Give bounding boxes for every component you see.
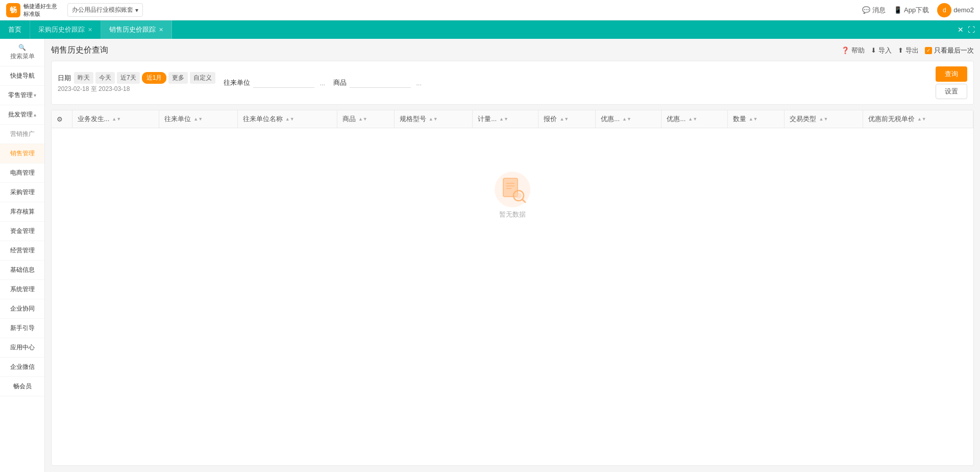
col-quote[interactable]: 报价 ▲▼ — [538, 110, 596, 128]
sidebar-item-purchase[interactable]: 采购管理 — [0, 183, 44, 202]
sidebar-quick-nav-label: 快捷导航 — [10, 72, 35, 80]
sort-arrows-pretax-price: ▲▼ — [917, 116, 926, 122]
date-range-text: 2023-02-18 至 2023-03-18 — [58, 85, 215, 93]
tab-purchase-history-label: 采购历史价跟踪 — [38, 25, 85, 34]
tab-sales-close-icon[interactable]: ✕ — [159, 27, 163, 33]
only-last-checkbox[interactable]: ✓ 只看最后一次 — [925, 46, 974, 55]
sidebar-new-guide-label: 新手引导 — [10, 324, 35, 333]
maximize-icon[interactable]: ⛶ — [968, 26, 975, 34]
product-input[interactable] — [350, 78, 411, 88]
date-btn-more[interactable]: 更多 — [168, 72, 188, 84]
date-btn-1month[interactable]: 近1月 — [142, 72, 167, 84]
col-biz-date[interactable]: 业务发生... ▲▼ — [72, 110, 159, 128]
page-actions: ❓ 帮助 ⬇ 导入 ⬆ 导出 ✓ 只看最后一次 — [841, 46, 974, 55]
query-button[interactable]: 查询 — [936, 66, 967, 82]
col-discount1[interactable]: 优惠... ▲▼ — [596, 110, 662, 128]
sidebar-item-member[interactable]: 畅会员 — [0, 377, 44, 396]
tab-bar-actions: ✕ ⛶ — [952, 20, 980, 39]
tab-home[interactable]: 首页 — [0, 20, 30, 39]
tab-sales-history-label: 销售历史价跟踪 — [109, 25, 156, 34]
page-title: 销售历史价查询 — [51, 45, 108, 56]
export-icon: ⬆ — [898, 46, 903, 54]
date-btn-custom[interactable]: 自定义 — [190, 72, 215, 84]
sidebar-item-enterprise-wechat[interactable]: 企业微信 — [0, 358, 44, 377]
avatar: d — [937, 3, 951, 17]
sidebar-item-basic-info[interactable]: 基础信息 — [0, 261, 44, 280]
tab-purchase-close-icon[interactable]: ✕ — [88, 27, 92, 33]
app-selector[interactable]: 办公用品行业模拟账套 ▾ — [67, 3, 143, 17]
date-btn-7days[interactable]: 近7天 — [117, 72, 140, 84]
sidebar-item-wholesale-mgmt[interactable]: 批发管理 ▴ — [0, 105, 44, 125]
filter-row: 日期 昨天 今天 近7天 近1月 更多 自定义 2023-02-18 至 202… — [58, 66, 967, 99]
col-unit[interactable]: 计量... ▲▼ — [473, 110, 538, 128]
sidebar-item-ecommerce[interactable]: 电商管理 — [0, 163, 44, 183]
col-partner-name[interactable]: 往来单位名称 ▲▼ — [237, 110, 337, 128]
date-filter: 日期 昨天 今天 近7天 近1月 更多 自定义 — [58, 72, 215, 84]
table-header: ⚙ 业务发生... ▲▼ 往来单位 ▲▼ — [52, 110, 973, 128]
date-filter-group: 日期 昨天 今天 近7天 近1月 更多 自定义 2023-02-18 至 202… — [58, 72, 215, 93]
sidebar-item-marketing[interactable]: 营销推广 — [0, 125, 44, 144]
col-discount2-label: 优惠... — [667, 114, 685, 124]
chevron-up-icon: ▴ — [34, 112, 36, 117]
col-discount2[interactable]: 优惠... ▲▼ — [662, 110, 727, 128]
sidebar-item-inventory[interactable]: 库存核算 — [0, 202, 44, 222]
table-header-row: ⚙ 业务发生... ▲▼ 往来单位 ▲▼ — [52, 110, 973, 128]
product-label: 商品 — [333, 78, 347, 87]
message-action[interactable]: 💬 消息 — [862, 6, 886, 15]
col-pretax-price-label: 优惠前无税单价 — [868, 114, 915, 124]
date-btn-yesterday[interactable]: 昨天 — [74, 72, 93, 84]
help-button[interactable]: ❓ 帮助 — [841, 46, 865, 55]
col-pretax-price[interactable]: 优惠前无税单价 ▲▼ — [863, 110, 973, 128]
user-profile[interactable]: d demo2 — [937, 3, 974, 17]
checkbox-icon: ✓ — [925, 47, 932, 54]
col-settings[interactable]: ⚙ — [52, 110, 72, 128]
logo-area: 畅 畅捷通好生意 标准版 — [6, 3, 57, 17]
col-spec[interactable]: 规格型号 ▲▼ — [394, 110, 472, 128]
sidebar-item-retail-mgmt[interactable]: 零售管理 ▾ — [0, 86, 44, 105]
sidebar: 🔍 搜索菜单 快捷导航 零售管理 ▾ 批发管理 ▴ 营销推广 销售管理 电商管理… — [0, 39, 45, 472]
table-body: 暂无数据 — [52, 128, 973, 261]
col-trade-type[interactable]: 交易类型 ▲▼ — [785, 110, 863, 128]
svg-rect-1 — [503, 178, 518, 197]
partner-input[interactable] — [253, 78, 314, 88]
filter-area: 日期 昨天 今天 近7天 近1月 更多 自定义 2023-02-18 至 202… — [51, 61, 974, 105]
export-label: 导出 — [905, 46, 919, 55]
sort-arrows-unit: ▲▼ — [499, 116, 508, 122]
sidebar-item-enterprise-collab[interactable]: 企业协同 — [0, 299, 44, 319]
sidebar-item-quick-nav[interactable]: 快捷导航 — [0, 66, 44, 86]
sidebar-marketing-label: 营销推广 — [10, 130, 35, 138]
top-header: 畅 畅捷通好生意 标准版 办公用品行业模拟账套 ▾ 💬 消息 📱 App下载 d… — [0, 0, 980, 20]
date-btn-today[interactable]: 今天 — [95, 72, 115, 84]
chevron-down-icon: ▾ — [34, 92, 36, 98]
sidebar-item-search-menu[interactable]: 🔍 搜索菜单 — [0, 39, 44, 66]
col-quantity-label: 数量 — [733, 114, 746, 124]
col-quantity[interactable]: 数量 ▲▼ — [727, 110, 785, 128]
sidebar-item-system-mgmt[interactable]: 系统管理 — [0, 280, 44, 299]
sidebar-enterprise-collab-label: 企业协同 — [10, 304, 35, 313]
col-partner-code-label: 往来单位 — [164, 114, 191, 124]
svg-point-7 — [516, 193, 522, 199]
partner-label: 往来单位 — [224, 78, 250, 87]
sidebar-item-app-center[interactable]: 应用中心 — [0, 338, 44, 358]
sidebar-system-mgmt-label: 系统管理 — [10, 285, 35, 294]
col-partner-code[interactable]: 往来单位 ▲▼ — [159, 110, 237, 128]
sidebar-item-sales-mgmt[interactable]: 销售管理 — [0, 144, 44, 163]
phone-icon: 📱 — [894, 6, 902, 14]
sidebar-item-operations[interactable]: 经营管理 — [0, 241, 44, 261]
page-header: 销售历史价查询 ❓ 帮助 ⬇ 导入 ⬆ 导出 ✓ 只看最后一次 — [51, 45, 974, 56]
header-left: 畅 畅捷通好生意 标准版 办公用品行业模拟账套 ▾ — [6, 3, 143, 17]
download-app-action[interactable]: 📱 App下载 — [894, 6, 929, 15]
export-button[interactable]: ⬆ 导出 — [898, 46, 919, 55]
tab-bar: 首页 采购历史价跟踪 ✕ 销售历史价跟踪 ✕ ✕ ⛶ — [0, 20, 980, 39]
import-button[interactable]: ⬇ 导入 — [871, 46, 892, 55]
sidebar-item-finance[interactable]: 资金管理 — [0, 222, 44, 241]
tab-purchase-history[interactable]: 采购历史价跟踪 ✕ — [30, 20, 101, 39]
sidebar-item-new-guide[interactable]: 新手引导 — [0, 319, 44, 338]
col-product[interactable]: 商品 ▲▼ — [337, 110, 394, 128]
settings-button[interactable]: 设置 — [936, 84, 967, 99]
tab-sales-history[interactable]: 销售历史价跟踪 ✕ — [101, 20, 172, 39]
sort-arrows-quote: ▲▼ — [559, 116, 569, 122]
table-container: ⚙ 业务发生... ▲▼ 往来单位 ▲▼ — [51, 110, 974, 466]
close-window-icon[interactable]: ✕ — [958, 26, 964, 34]
main-container: 🔍 搜索菜单 快捷导航 零售管理 ▾ 批发管理 ▴ 营销推广 销售管理 电商管理… — [0, 39, 980, 472]
